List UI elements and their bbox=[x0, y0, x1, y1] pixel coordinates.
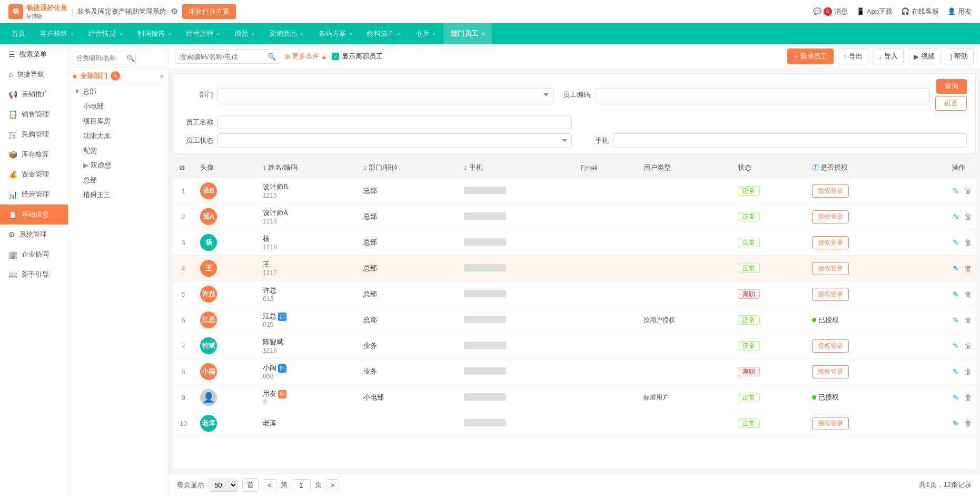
sidebar-item-ops[interactable]: 📊 经营管理 bbox=[0, 184, 68, 205]
set-button[interactable]: 设置 bbox=[935, 96, 967, 111]
tab-profit-close[interactable]: × bbox=[168, 31, 171, 37]
edit-icon[interactable]: ✎ bbox=[953, 419, 959, 427]
sidebar-item-guide[interactable]: 📖 新手引导 bbox=[0, 265, 68, 285]
td-auth[interactable]: 已授权 bbox=[806, 385, 911, 411]
tab-profit[interactable]: 利润报告× bbox=[130, 23, 179, 44]
dept-node-shuangxu[interactable]: ▶双虚想 bbox=[68, 158, 168, 173]
sidebar-item-marketing[interactable]: 📢 营销推广 bbox=[0, 84, 68, 104]
tab-home[interactable]: 首页 bbox=[4, 23, 33, 44]
tab-department[interactable]: 部门员工× bbox=[443, 23, 492, 44]
tab-customer-close[interactable]: × bbox=[71, 31, 74, 37]
tab-operations[interactable]: 经营情况× bbox=[81, 23, 130, 44]
dept-filter-select[interactable] bbox=[217, 88, 553, 102]
message-item[interactable]: 💬 5 消息 bbox=[813, 7, 848, 16]
tab-warehouse[interactable]: 仓库× bbox=[409, 23, 443, 44]
sidebar-item-enterprise[interactable]: 🏢 企业协同 bbox=[0, 245, 68, 265]
user-item[interactable]: 👤 用友 bbox=[947, 7, 972, 16]
tab-barcode-close[interactable]: × bbox=[349, 31, 352, 37]
help-button[interactable]: | 帮助 bbox=[945, 48, 974, 64]
tab-add-goods[interactable]: 新增商品× bbox=[262, 23, 311, 44]
tab-add-goods-close[interactable]: × bbox=[300, 31, 303, 37]
online-service-item[interactable]: 🎧 在线客服 bbox=[901, 7, 939, 16]
edit-icon[interactable]: ✎ bbox=[953, 212, 959, 221]
auth-login-button[interactable]: 授权登录 bbox=[812, 417, 849, 430]
td-auth[interactable]: 已授权 bbox=[806, 307, 911, 333]
search-icon[interactable]: 🔍 bbox=[268, 53, 276, 61]
sidebar-item-basic[interactable]: 📋 基础信息 bbox=[0, 205, 68, 225]
edit-icon[interactable]: ✎ bbox=[953, 342, 959, 350]
first-page-btn[interactable]: 首 bbox=[242, 478, 259, 492]
emp-name-input[interactable] bbox=[217, 115, 572, 129]
auth-login-button[interactable]: 授权登录 bbox=[812, 365, 849, 378]
tab-barcode[interactable]: 条码方案× bbox=[311, 23, 360, 44]
sidebar-item-inventory[interactable]: 📦 库存核算 bbox=[0, 144, 68, 164]
dept-node-peihuo[interactable]: 配货 bbox=[68, 143, 168, 158]
delete-icon[interactable]: 🗑 bbox=[964, 367, 972, 376]
auth-login-button[interactable]: 授权登录 bbox=[812, 262, 849, 275]
dept-node-xiaodibu[interactable]: 小电部 bbox=[68, 99, 168, 114]
table-settings-icon[interactable]: ⚙ bbox=[179, 164, 185, 172]
dept-collapse-icon[interactable]: « bbox=[160, 72, 164, 80]
current-page-input[interactable] bbox=[292, 479, 311, 491]
tab-goods[interactable]: 商品× bbox=[227, 23, 262, 44]
sidebar-item-purchase[interactable]: 🛒 采购管理 bbox=[0, 124, 68, 144]
emp-code-input[interactable] bbox=[595, 88, 930, 102]
sidebar-item-quick-nav[interactable]: ⌂ 快捷导航 bbox=[0, 64, 68, 84]
tab-operations-close[interactable]: × bbox=[119, 31, 122, 37]
tab-warehouse-close[interactable]: × bbox=[433, 31, 436, 37]
page-size-select[interactable]: 50 20 100 bbox=[209, 479, 238, 492]
dept-node-shenyang[interactable]: 沈阳大库 bbox=[68, 129, 168, 143]
emp-status-select[interactable] bbox=[217, 133, 572, 148]
edit-icon[interactable]: ✎ bbox=[953, 187, 959, 195]
sidebar-item-finance[interactable]: 💰 资金管理 bbox=[0, 164, 68, 184]
edit-icon[interactable]: ✎ bbox=[953, 316, 959, 324]
search-input[interactable] bbox=[175, 50, 280, 64]
td-auth[interactable]: 授权登录 bbox=[806, 256, 911, 281]
delete-icon[interactable]: 🗑 bbox=[964, 187, 972, 195]
td-auth[interactable]: 授权登录 bbox=[806, 333, 911, 359]
dept-node-zhishuwang[interactable]: 植树王三 bbox=[68, 188, 168, 202]
import-button[interactable]: ↓ 导入 bbox=[873, 48, 904, 64]
dept-all-label[interactable]: ■ 全部部门 ✎ bbox=[73, 71, 120, 81]
sidebar-item-sales[interactable]: 📋 销售管理 bbox=[0, 104, 68, 124]
edit-icon[interactable]: ✎ bbox=[953, 290, 959, 298]
video-button[interactable]: ▶ 视频 bbox=[908, 48, 941, 64]
delete-icon[interactable]: 🗑 bbox=[964, 238, 972, 247]
tab-goods-close[interactable]: × bbox=[252, 31, 255, 37]
trial-button[interactable]: 体验行业方案 bbox=[182, 4, 236, 19]
sidebar-item-search[interactable]: ☰ 搜索菜单 bbox=[0, 44, 68, 64]
dept-search-icon[interactable]: 🔍 bbox=[126, 54, 135, 62]
tab-bom-close[interactable]: × bbox=[398, 31, 401, 37]
export-button[interactable]: ↑ 导出 bbox=[838, 48, 869, 64]
delete-icon[interactable]: 🗑 bbox=[964, 264, 972, 273]
sidebar-item-system[interactable]: ⚙ 系统管理 bbox=[0, 225, 68, 245]
app-download-item[interactable]: 📱 App下载 bbox=[856, 7, 893, 16]
tab-customer[interactable]: 客户联络× bbox=[33, 23, 81, 44]
tab-bom[interactable]: 物料清单× bbox=[360, 23, 408, 44]
delete-icon[interactable]: 🗑 bbox=[964, 316, 972, 324]
td-auth[interactable]: 授权登录 bbox=[806, 178, 911, 204]
td-auth[interactable]: 授权登录 bbox=[806, 359, 911, 385]
phone-input[interactable] bbox=[613, 133, 967, 148]
dept-node-zongbu[interactable]: 总部 bbox=[68, 173, 168, 188]
td-auth[interactable]: 授权登录 bbox=[806, 230, 911, 256]
show-resigned-toggle[interactable]: ✓ 显示离职员工 bbox=[332, 52, 383, 61]
next-page-btn[interactable]: > bbox=[326, 479, 340, 491]
tab-journey-close[interactable]: × bbox=[216, 31, 220, 37]
dept-node-zongbu-parent[interactable]: ▼总部 bbox=[68, 84, 168, 99]
settings-icon[interactable]: ⚙ bbox=[171, 6, 178, 16]
tab-department-close[interactable]: × bbox=[481, 31, 484, 37]
edit-icon[interactable]: ✎ bbox=[953, 393, 959, 402]
more-conditions-btn[interactable]: ⊞ 更多条件 ▲ bbox=[284, 52, 328, 61]
dept-node-xiangmu[interactable]: 项目库房 bbox=[68, 114, 168, 129]
delete-icon[interactable]: 🗑 bbox=[964, 342, 972, 350]
delete-icon[interactable]: 🗑 bbox=[964, 419, 972, 427]
auth-login-button[interactable]: 授权登录 bbox=[812, 236, 849, 249]
delete-icon[interactable]: 🗑 bbox=[964, 212, 972, 221]
td-auth[interactable]: 授权登录 bbox=[806, 411, 911, 436]
td-auth[interactable]: 授权登录 bbox=[806, 204, 911, 230]
delete-icon[interactable]: 🗑 bbox=[964, 393, 972, 402]
edit-icon[interactable]: ✎ bbox=[953, 238, 959, 247]
auth-login-button[interactable]: 授权登录 bbox=[812, 184, 849, 198]
td-auth[interactable]: 授权登录 bbox=[806, 281, 911, 307]
